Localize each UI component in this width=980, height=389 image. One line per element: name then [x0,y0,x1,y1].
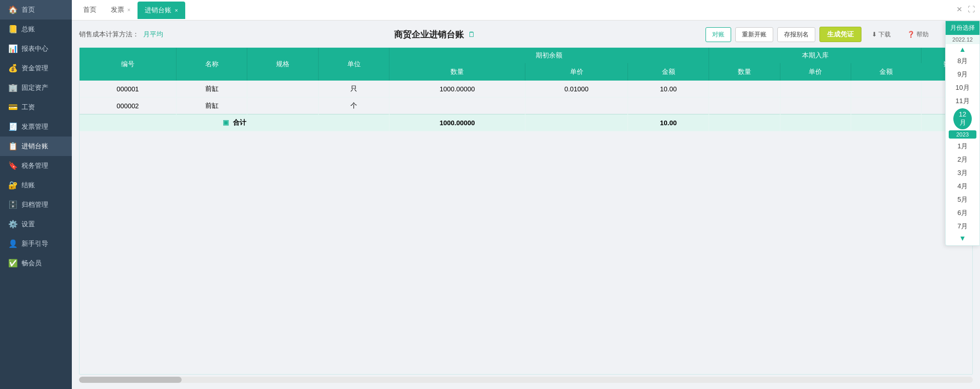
cell-price-init [525,98,628,114]
download-button[interactable]: ⬇ 下载 [866,28,897,42]
help-button[interactable]: ❓ 帮助 [901,28,935,42]
funds-icon: 💰 [8,64,17,73]
month-item-4[interactable]: 4月 [946,180,979,193]
toolbar-left: 销售成本计算方法： 月平均 [79,30,163,39]
total-amount-init: 10.00 [628,114,709,131]
tab-stock-close[interactable]: × [174,7,178,13]
month-item-3[interactable]: 3月 [946,166,979,180]
vip-icon: ✅ [8,259,17,268]
month-item-11[interactable]: 11月 [946,94,979,108]
window-close-button[interactable]: ✕ [955,4,964,14]
reopen-button[interactable]: 重新开账 [735,27,773,42]
sub-col-qty-in: 数量 [709,63,780,81]
cell-price-init: 0.01000 [525,81,628,98]
month-scroll-down[interactable]: ▼ [946,233,979,243]
sidebar-item-label: 进销台账 [22,142,48,151]
settings-icon: ⚙️ [8,220,17,229]
title-area: 商贸企业进销台账 🗒 [394,29,475,41]
tab-home[interactable]: 首页 [76,1,104,20]
col-header-name: 名称 [176,48,247,81]
sidebar-item-home[interactable]: 🏠 首页 [0,0,72,20]
tab-invoice[interactable]: 发票 × [104,1,138,20]
sidebar-item-invoice-mgmt[interactable]: 🧾 发票管理 [0,117,72,137]
toolbar-row: 销售成本计算方法： 月平均 商贸企业进销台账 🗒 对账 重新开账 存报别名 生成… [79,27,973,42]
reconcile-button[interactable]: 对账 [705,27,731,42]
close-accounts-icon: 🔐 [8,181,17,190]
cell-name: 前缸 [176,81,247,98]
tab-stock-label: 进销台账 [145,6,171,15]
sidebar-item-archive[interactable]: 🗄️ 归档管理 [0,195,72,215]
total-amount-in [851,114,922,131]
cell-unit: 个 [318,98,389,114]
table-row: 000001 前缸 只 1000.00000 0.01000 10.00 [80,81,972,98]
sidebar-item-assets[interactable]: 🏢 固定资产 [0,78,72,98]
sidebar-item-close[interactable]: 🔐 结账 [0,176,72,195]
sidebar-item-label: 设置 [22,220,35,229]
total-price-in [780,114,851,131]
sidebar-item-tax[interactable]: 🔖 税务管理 [0,156,72,176]
tab-invoice-close[interactable]: × [127,7,130,13]
month-item-9[interactable]: 9月 [946,68,979,81]
sidebar-item-ledger[interactable]: 📒 总账 [0,20,72,39]
sidebar-item-wages[interactable]: 💳 工资 [0,98,72,117]
horizontal-scrollbar[interactable] [79,377,973,383]
sidebar-item-label: 报表中心 [22,44,48,53]
sidebar-item-reports[interactable]: 📊 报表中心 [0,39,72,59]
scrollbar-thumb[interactable] [79,377,182,383]
save-name-button[interactable]: 存报别名 [777,27,815,42]
month-panel-title: 月份选择 [946,21,979,35]
page-title: 商贸企业进销台账 [394,29,464,41]
col-header-initial: 期初余额 [389,48,709,63]
total-icon: ▣ [223,119,229,126]
title-info-icon[interactable]: 🗒 [468,30,475,38]
stock-table: 编号 名称 规格 单位 期初余额 本期入库 数 数量 单价 金额 数量 单价 [80,48,972,131]
cost-method-value: 月平均 [143,30,163,39]
sidebar-item-label: 畅会员 [22,259,42,268]
cell-spec [247,98,319,114]
archive-icon: 🗄️ [8,200,17,209]
cell-qty-init [389,98,525,114]
guide-icon: 👤 [8,239,17,248]
sidebar-item-guide[interactable]: 👤 新手引导 [0,234,72,254]
help-icon: ❓ [907,31,915,38]
cell-amount-init [628,98,709,114]
tab-home-label: 首页 [83,5,96,14]
stock-ledger-icon: 📋 [8,142,17,151]
year-badge-2023: 2023 [949,130,976,139]
month-item-1[interactable]: 1月 [946,140,979,153]
cell-unit: 只 [318,81,389,98]
wages-icon: 💳 [8,103,17,112]
table-row: 000002 前缸 个 [80,98,972,114]
sidebar-item-label: 资金管理 [22,64,48,73]
sidebar-item-label: 税务管理 [22,161,48,170]
tax-icon: 🔖 [8,161,17,170]
month-item-6[interactable]: 6月 [946,206,979,220]
total-price-init [525,114,628,131]
tab-stock[interactable]: 进销台账 × [138,2,185,19]
sidebar-item-funds[interactable]: 💰 资金管理 [0,59,72,78]
cell-price-in [780,81,851,98]
cell-qty-in [709,98,780,114]
invoice-mgmt-icon: 🧾 [8,122,17,131]
tab-invoice-label: 发票 [111,5,124,14]
sub-col-qty-init: 数量 [389,63,525,81]
cell-qty-init: 1000.00000 [389,81,525,98]
sidebar-item-label: 工资 [22,103,35,112]
window-expand-button[interactable]: ⛶ [967,4,976,14]
month-item-5[interactable]: 5月 [946,193,979,206]
month-scroll-up[interactable]: ▲ [946,44,979,54]
sidebar-item-vip[interactable]: ✅ 畅会员 [0,254,72,273]
month-item-2[interactable]: 2月 [946,153,979,166]
cell-id: 000001 [80,81,176,98]
month-item-12[interactable]: 12月 [953,108,972,129]
generate-voucher-button[interactable]: 生成凭证 [819,27,861,42]
sidebar-item-stock-ledger[interactable]: 📋 进销台账 [0,137,72,156]
sub-col-amount-in: 金额 [851,63,922,81]
sub-col-price-init: 单价 [525,63,628,81]
month-item-10[interactable]: 10月 [946,81,979,94]
sidebar-item-settings[interactable]: ⚙️ 设置 [0,215,72,234]
cost-method-label: 销售成本计算方法： [79,30,139,39]
month-item-7[interactable]: 7月 [946,220,979,233]
cell-price-in [780,98,851,114]
month-item-8[interactable]: 8月 [946,54,979,68]
